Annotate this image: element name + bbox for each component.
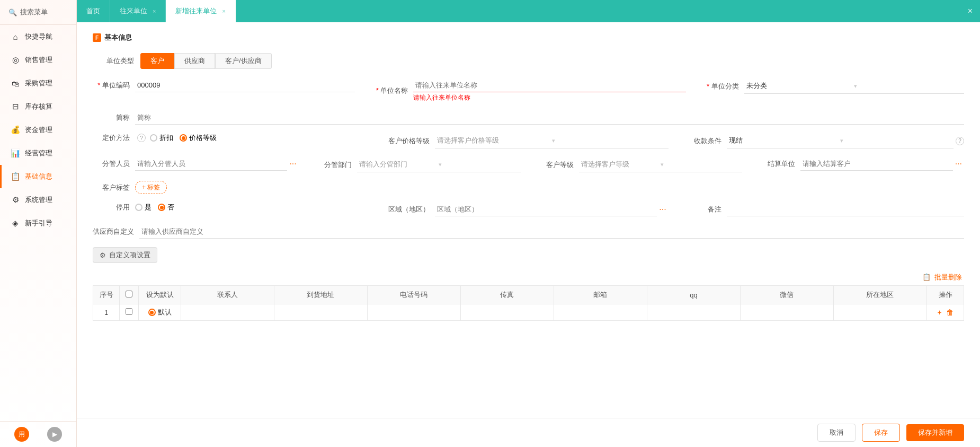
- department-select[interactable]: 请输入分管部门 ▾: [357, 157, 521, 172]
- sidebar-item-purchase[interactable]: 🛍 采购管理: [0, 72, 76, 95]
- td-qq[interactable]: [647, 304, 740, 321]
- fax-input[interactable]: [464, 309, 550, 317]
- td-region[interactable]: [833, 304, 926, 321]
- custom-settings-button[interactable]: ⚙ 自定义项设置: [93, 247, 157, 263]
- table-region-input[interactable]: [837, 309, 923, 317]
- unit-category-select[interactable]: 未分类 ▾: [744, 78, 964, 94]
- customer-price-level-select[interactable]: 请选择客户价格等级 ▾: [435, 133, 668, 148]
- remark-input[interactable]: [727, 203, 964, 216]
- form-footer: 取消 保存 保存并新增: [77, 418, 980, 447]
- region-input[interactable]: [435, 203, 657, 216]
- form-row-3: 定价方法 ? 折扣 价格等级 客户价格等级 请选择: [93, 133, 964, 148]
- supplier-custom-input[interactable]: [139, 225, 964, 239]
- tab-new-counterparty-close[interactable]: ×: [222, 8, 225, 14]
- search-menu[interactable]: 🔍 搜索菜单: [0, 0, 76, 25]
- save-and-new-button[interactable]: 保存并新增: [906, 424, 964, 441]
- disabled-no-option[interactable]: 否: [158, 203, 174, 212]
- unit-type-both-btn[interactable]: 客户/供应商: [215, 53, 272, 69]
- tag-add-button[interactable]: + 标签: [135, 181, 167, 194]
- unit-code-input[interactable]: [135, 78, 355, 92]
- address-input[interactable]: [278, 309, 364, 317]
- unit-category-value: 未分类: [746, 81, 854, 91]
- settlement-unit-input[interactable]: [800, 157, 952, 171]
- manager-more-btn[interactable]: ···: [287, 159, 298, 169]
- disabled-yes-option[interactable]: 是: [135, 203, 152, 212]
- tab-new-counterparty[interactable]: 新增往来单位 ×: [166, 0, 235, 22]
- chevron-down-icon: ▾: [840, 137, 951, 144]
- sidebar-item-quick-nav[interactable]: ⌂ 快捷导航: [0, 25, 76, 48]
- pricing-grade-option[interactable]: 价格等级: [180, 133, 217, 143]
- customer-level-label: 客户等级: [537, 160, 579, 170]
- quick-nav-icon: ⌂: [10, 31, 21, 42]
- inventory-icon: ⊟: [10, 101, 21, 112]
- customer-level-select[interactable]: 请选择客户等级 ▾: [579, 157, 743, 172]
- customer-price-level-placeholder: 请选择客户价格等级: [437, 136, 551, 145]
- sidebar-item-system[interactable]: ⚙ 系统管理: [0, 188, 76, 212]
- pricing-discount-option[interactable]: 折扣: [150, 133, 173, 143]
- td-fax[interactable]: [460, 304, 554, 321]
- default-radio-circle: [148, 309, 156, 316]
- finance-icon: 💰: [10, 125, 21, 135]
- wechat-input[interactable]: [744, 309, 830, 317]
- phone-input[interactable]: [371, 309, 457, 317]
- manager-input[interactable]: [135, 157, 287, 171]
- sidebar-item-base[interactable]: 📋 基础信息: [0, 165, 76, 188]
- customer-price-level-label: 客户价格等级: [388, 136, 435, 146]
- default-radio-item[interactable]: 默认: [142, 308, 177, 317]
- unit-name-input[interactable]: [413, 78, 685, 92]
- short-name-field: 简称: [93, 111, 964, 125]
- unit-type-customer-btn[interactable]: 客户: [140, 53, 174, 69]
- settings-shortcut[interactable]: ▶: [47, 427, 62, 442]
- td-wechat[interactable]: [740, 304, 833, 321]
- tab-home-label: 首页: [86, 6, 100, 16]
- tab-counterparty[interactable]: 往来单位 ×: [110, 0, 166, 22]
- custom-settings-label: 自定义项设置: [109, 250, 150, 260]
- td-email[interactable]: [554, 304, 647, 321]
- payment-terms-help-icon[interactable]: ?: [956, 137, 964, 145]
- row-delete-btn[interactable]: 🗑: [946, 308, 954, 317]
- sidebar-item-operation[interactable]: 📊 经营管理: [0, 142, 76, 165]
- cancel-button[interactable]: 取消: [817, 424, 856, 442]
- window-close-button[interactable]: ×: [968, 6, 973, 16]
- settlement-unit-label: 结算单位: [758, 159, 800, 169]
- th-contact: 联系人: [181, 286, 274, 304]
- batch-delete-btn[interactable]: 批量删除: [934, 273, 962, 281]
- payment-terms-label: 收款条件: [684, 136, 727, 146]
- user-avatar[interactable]: 用: [14, 427, 29, 442]
- td-phone[interactable]: [367, 304, 460, 321]
- unit-name-error: 请输入往来单位名称: [413, 93, 685, 102]
- manager-label: 分管人员: [93, 159, 135, 169]
- region-more-btn[interactable]: ···: [657, 205, 668, 214]
- th-email: 邮箱: [554, 286, 647, 304]
- row-add-btn[interactable]: +: [937, 308, 941, 317]
- department-field: 分管部门 请输入分管部门 ▾: [315, 157, 521, 172]
- sidebar-item-label: 销售管理: [25, 55, 52, 65]
- search-menu-label: 搜索菜单: [20, 7, 48, 17]
- email-input[interactable]: [557, 309, 644, 317]
- row-checkbox[interactable]: [126, 308, 132, 315]
- unit-name-label: 单位名称: [371, 86, 413, 95]
- td-contact[interactable]: [181, 304, 274, 321]
- contact-table: 序号 设为默认 联系人 到货地址 电话号码 传真 邮箱 qq 微信 所在地区: [93, 285, 964, 321]
- qq-input[interactable]: [651, 309, 737, 317]
- th-region: 所在地区: [833, 286, 926, 304]
- unit-type-supplier-btn[interactable]: 供应商: [174, 53, 215, 69]
- select-all-checkbox[interactable]: [126, 291, 132, 297]
- pricing-method-label: 定价方法: [93, 133, 135, 143]
- supplier-custom-label: 供应商自定义: [93, 227, 139, 236]
- department-label: 分管部门: [315, 160, 357, 170]
- short-name-input[interactable]: [135, 111, 964, 125]
- contact-input[interactable]: [184, 309, 271, 317]
- settlement-unit-more-btn[interactable]: ···: [953, 159, 964, 169]
- save-button[interactable]: 保存: [862, 424, 900, 442]
- sidebar-item-inventory[interactable]: ⊟ 库存核算: [0, 95, 76, 118]
- pricing-method-help-icon[interactable]: ?: [137, 134, 146, 142]
- sidebar-item-label: 新手引导: [25, 218, 52, 228]
- td-address[interactable]: [274, 304, 367, 321]
- payment-terms-select[interactable]: 现结 ▾: [727, 133, 954, 148]
- sidebar-item-sales[interactable]: ◎ 销售管理: [0, 48, 76, 72]
- sidebar-item-guide[interactable]: ◈ 新手引导: [0, 212, 76, 235]
- tab-counterparty-close[interactable]: ×: [153, 8, 156, 14]
- sidebar-item-finance[interactable]: 💰 资金管理: [0, 118, 76, 142]
- tab-home[interactable]: 首页: [77, 0, 110, 22]
